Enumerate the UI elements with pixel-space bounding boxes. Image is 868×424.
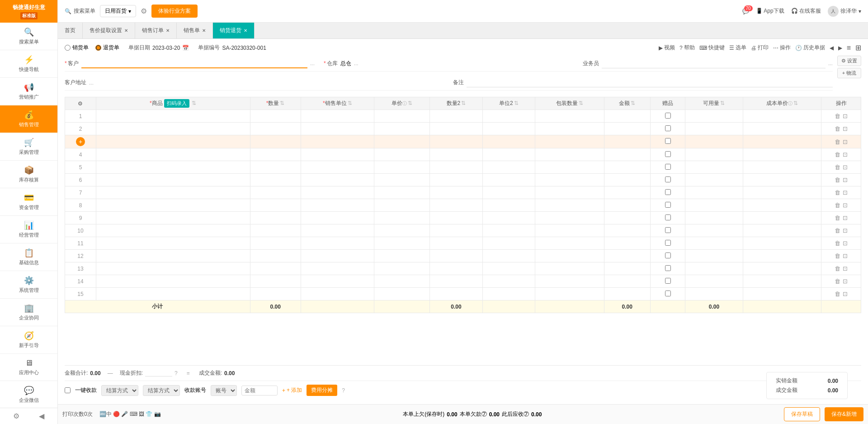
topbar-settings-icon[interactable]: ⚙ — [141, 7, 147, 15]
qty-sort-icon[interactable]: ⇅ — [280, 100, 284, 106]
one-key-pay-checkbox[interactable] — [65, 387, 71, 393]
copy-icon[interactable]: ⊡ — [843, 176, 848, 183]
copy-icon[interactable]: ⊡ — [843, 227, 848, 234]
sidebar-item-apps[interactable]: 🖥 应用中心 — [0, 354, 57, 381]
delete-icon[interactable]: 🗑 — [835, 227, 840, 234]
gift-checkbox[interactable] — [665, 252, 671, 258]
sidebar-settings-icon[interactable]: ⚙ — [13, 412, 19, 420]
gift-checkbox[interactable] — [665, 151, 671, 157]
close-tab-sales-order[interactable]: ✕ — [166, 28, 170, 33]
sidebar-item-system[interactable]: ⚙️ 系统管理 — [0, 271, 57, 299]
app-download-btn[interactable]: 📱 App下载 — [756, 7, 784, 15]
sidebar-item-search[interactable]: 🔍 搜索菜单 — [0, 23, 57, 50]
online-service-btn[interactable]: 🎧 在线客服 — [791, 7, 821, 15]
gift-checkbox[interactable] — [665, 240, 671, 246]
copy-icon[interactable]: ⊡ — [843, 278, 848, 285]
sidebar-collapse-icon[interactable]: ◀ — [39, 412, 44, 420]
gift-checkbox[interactable] — [665, 278, 671, 284]
copy-icon[interactable]: ⊡ — [843, 265, 848, 272]
search-menu-btn[interactable]: 🔍 搜索菜单 — [65, 7, 95, 15]
delete-icon[interactable]: 🗑 — [835, 113, 840, 119]
sidebar-item-enterprise[interactable]: 🏢 企业协同 — [0, 299, 57, 326]
user-avatar[interactable]: 人 徐泽华 ▾ — [828, 6, 861, 17]
delete-icon[interactable]: 🗑 — [835, 278, 840, 285]
copy-icon[interactable]: ⊡ — [843, 151, 848, 158]
video-btn[interactable]: ▶ 视频 — [659, 44, 675, 52]
delete-icon[interactable]: 🗑 — [835, 151, 840, 158]
close-tab-price-setting[interactable]: ✕ — [124, 28, 128, 33]
gift-checkbox[interactable] — [665, 265, 671, 271]
sidebar-item-basic[interactable]: 📋 基础信息 — [0, 243, 57, 271]
product-sort-icon[interactable]: ⇅ — [192, 100, 196, 106]
copy-icon[interactable]: ⊡ — [843, 214, 848, 221]
shortcut-btn[interactable]: ⌨ 快捷键 — [699, 44, 725, 52]
price-info-icon[interactable]: ⓘ — [402, 101, 407, 106]
discount-input[interactable] — [145, 370, 172, 376]
discount-help-icon[interactable]: ? — [175, 370, 178, 376]
sidebar-item-sales[interactable]: 💰 销售管理 — [0, 105, 57, 133]
delete-icon[interactable]: 🗑 — [835, 138, 840, 145]
gift-checkbox[interactable] — [665, 138, 671, 144]
nav-prev-btn[interactable]: ◀ — [830, 45, 834, 51]
cost-info-icon[interactable]: ⓘ — [788, 101, 793, 106]
table-settings-icon[interactable]: ⚙ — [78, 100, 83, 107]
gift-checkbox[interactable] — [665, 202, 671, 208]
delete-icon[interactable]: 🗑 — [835, 164, 840, 171]
payment-help-icon[interactable]: ? — [342, 387, 345, 394]
account-select[interactable]: 账号 ... — [211, 385, 237, 396]
tab-sales[interactable]: 销售单 ✕ — [177, 23, 213, 38]
print-btn[interactable]: 🖨 打印 — [751, 44, 769, 52]
history-btn[interactable]: 🕐 历史单据 — [795, 44, 825, 52]
add-row-btn[interactable]: + — [76, 137, 85, 146]
help-btn[interactable]: ? 帮助 — [679, 44, 695, 52]
packqty-sort-icon[interactable]: ⇅ — [579, 100, 583, 106]
address-dots[interactable]: ... — [89, 80, 94, 86]
sidebar-item-purchase[interactable]: 🛒 采购管理 — [0, 133, 57, 161]
unit-sort-icon[interactable]: ⇅ — [348, 100, 352, 106]
sidebar-item-shortcut[interactable]: ⚡ 快捷导航 — [0, 50, 57, 78]
warehouse-dots[interactable]: ... — [354, 60, 359, 67]
tab-sales-return[interactable]: 销货退货 ✕ — [213, 23, 255, 38]
view-grid-btn[interactable]: ⊞ — [855, 43, 861, 52]
sidebar-item-marketing[interactable]: 📢 营销推广 — [0, 78, 57, 105]
radio-sales-doc[interactable]: 销货单 — [65, 44, 89, 52]
customer-dots[interactable]: ... — [310, 60, 315, 67]
salesperson-input[interactable] — [602, 59, 826, 68]
operate-btn[interactable]: ⋯ 操作 — [773, 44, 791, 52]
gift-checkbox[interactable] — [665, 113, 671, 119]
scan-btn[interactable]: 扫码录入 — [164, 99, 189, 108]
product-input[interactable] — [99, 138, 247, 145]
available-sort-icon[interactable]: ⇅ — [720, 100, 725, 106]
gift-checkbox[interactable] — [665, 164, 671, 170]
copy-icon[interactable]: ⊡ — [843, 252, 848, 259]
copy-icon[interactable]: ⊡ — [843, 125, 848, 132]
gift-checkbox[interactable] — [665, 189, 671, 195]
copy-icon[interactable]: ⊡ — [843, 113, 848, 119]
logistics-btn[interactable]: + 物流 — [837, 68, 861, 78]
sidebar-item-inventory[interactable]: 📦 库存核算 — [0, 161, 57, 188]
message-btn[interactable]: 💬 70 — [742, 8, 749, 14]
remark-input[interactable] — [467, 78, 832, 87]
sidebar-item-weixin[interactable]: 💬 企业微信 — [0, 381, 57, 408]
close-tab-sales[interactable]: ✕ — [202, 28, 206, 33]
delete-icon[interactable]: 🗑 — [835, 214, 840, 221]
calendar-icon[interactable]: 📅 — [182, 45, 189, 51]
copy-icon[interactable]: ⊡ — [843, 240, 848, 247]
salesperson-dots[interactable]: ... — [828, 60, 833, 67]
delete-icon[interactable]: 🗑 — [835, 176, 840, 183]
unit2-sort-icon[interactable]: ⇅ — [514, 100, 519, 106]
copy-icon[interactable]: ⊡ — [843, 138, 848, 145]
save-new-btn[interactable]: 保存&新增 — [825, 407, 863, 421]
copy-icon[interactable]: ⊡ — [843, 189, 848, 196]
settings-btn[interactable]: ⚙ 设置 — [837, 56, 861, 66]
delete-icon[interactable]: 🗑 — [835, 265, 840, 272]
delete-icon[interactable]: 🗑 — [835, 252, 840, 259]
gift-checkbox[interactable] — [665, 125, 671, 131]
add-payment-btn[interactable]: + + 添加 — [282, 386, 302, 394]
close-tab-sales-return[interactable]: ✕ — [244, 28, 247, 33]
cost-sort-icon[interactable]: ⇅ — [793, 100, 798, 106]
qty2-sort-icon[interactable]: ⇅ — [461, 100, 466, 106]
tab-price-setting[interactable]: 售价提取设置 ✕ — [83, 23, 135, 38]
nav-next-btn[interactable]: ▶ — [838, 45, 842, 51]
delete-icon[interactable]: 🗑 — [835, 125, 840, 132]
